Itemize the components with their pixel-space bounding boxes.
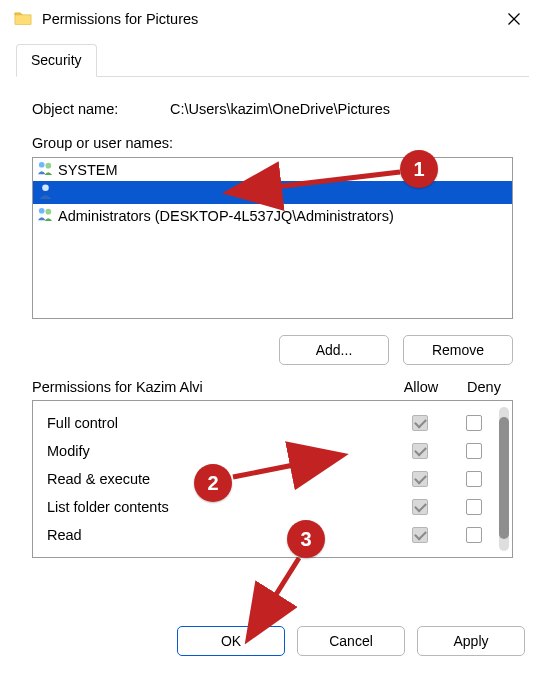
dialog-content: Security Object name: C:\Users\kazim\One…	[0, 38, 545, 576]
perm-row: Modify	[47, 437, 494, 465]
add-button[interactable]: Add...	[279, 335, 389, 365]
list-item[interactable]: Administrators (DESKTOP-4L537JQ\Administ…	[33, 204, 512, 227]
titlebar: Permissions for Pictures	[0, 0, 545, 38]
scrollbar[interactable]	[499, 407, 509, 551]
remove-button[interactable]: Remove	[403, 335, 513, 365]
list-item-label: SYSTEM	[58, 162, 118, 178]
user-buttons: Add... Remove	[32, 335, 513, 365]
annotation-badge-3: 3	[287, 520, 325, 558]
annotation-badge-2: 2	[194, 464, 232, 502]
folder-icon	[14, 10, 42, 28]
permissions-header: Permissions for Kazim Alvi Allow Deny	[32, 379, 513, 395]
deny-checkbox[interactable]	[466, 443, 482, 459]
svg-point-3	[46, 162, 52, 168]
allow-checkbox[interactable]	[412, 415, 428, 431]
deny-checkbox[interactable]	[466, 527, 482, 543]
annotation-badge-1: 1	[400, 150, 438, 188]
allow-checkbox[interactable]	[412, 471, 428, 487]
deny-checkbox[interactable]	[466, 415, 482, 431]
groups-label: Group or user names:	[32, 135, 513, 151]
window-title: Permissions for Pictures	[42, 11, 491, 27]
deny-checkbox[interactable]	[466, 471, 482, 487]
deny-checkbox[interactable]	[466, 499, 482, 515]
perm-name: Read	[47, 527, 386, 543]
svg-point-5	[39, 207, 45, 213]
perm-name: Full control	[47, 415, 386, 431]
perm-row: Full control	[47, 409, 494, 437]
person-icon	[36, 183, 58, 203]
list-item-label: Administrators (DESKTOP-4L537JQ\Administ…	[58, 208, 394, 224]
user-list[interactable]: SYSTEM Administrators (DESKTOP-4L537	[32, 157, 513, 319]
allow-checkbox[interactable]	[412, 499, 428, 515]
column-deny: Deny	[455, 379, 513, 395]
permissions-list: Full control Modify Read & execute List …	[32, 400, 513, 558]
permissions-title: Permissions for Kazim Alvi	[32, 379, 387, 395]
dialog-footer: OK Cancel Apply	[0, 576, 545, 670]
apply-button[interactable]: Apply	[417, 626, 525, 656]
cancel-button[interactable]: Cancel	[297, 626, 405, 656]
svg-point-2	[39, 161, 45, 167]
scrollbar-thumb[interactable]	[499, 417, 509, 539]
ok-button[interactable]: OK	[177, 626, 285, 656]
perm-name: Modify	[47, 443, 386, 459]
svg-point-4	[42, 184, 49, 191]
list-item[interactable]: SYSTEM	[33, 158, 512, 181]
tab-strip: Security	[16, 44, 529, 77]
close-icon	[507, 12, 521, 26]
object-label: Object name:	[32, 101, 170, 117]
list-item[interactable]	[33, 181, 512, 204]
perm-row: Read	[47, 521, 494, 549]
object-value: C:\Users\kazim\OneDrive\Pictures	[170, 101, 390, 117]
object-row: Object name: C:\Users\kazim\OneDrive\Pic…	[32, 101, 513, 117]
close-button[interactable]	[491, 3, 537, 35]
svg-point-6	[46, 208, 52, 214]
tab-security[interactable]: Security	[16, 44, 97, 77]
allow-checkbox[interactable]	[412, 443, 428, 459]
people-icon	[36, 206, 58, 226]
column-allow: Allow	[387, 379, 455, 395]
security-tab-body: Object name: C:\Users\kazim\OneDrive\Pic…	[16, 87, 529, 562]
allow-checkbox[interactable]	[412, 527, 428, 543]
perm-row: List folder contents	[47, 493, 494, 521]
perm-row: Read & execute	[47, 465, 494, 493]
people-icon	[36, 160, 58, 180]
